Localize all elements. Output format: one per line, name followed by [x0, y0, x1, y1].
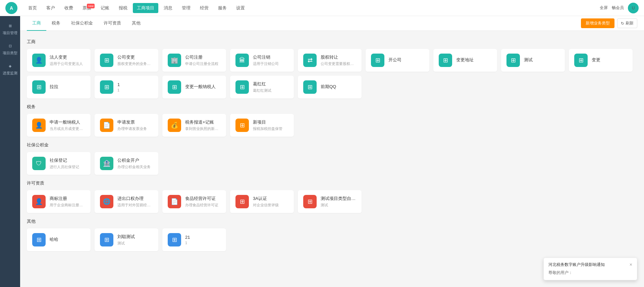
card-title: 变更一般纳税人 [185, 84, 221, 90]
card-title: 税务报道+记账 [185, 119, 221, 125]
card-desc: 申请公司注册全流程 [185, 61, 221, 66]
card-icon: ⊞ [235, 80, 249, 94]
vip-btn[interactable]: 畅会员 [612, 5, 624, 11]
card-申请一般纳税人[interactable]: 👤申请一般纳税人当月或次月成变更完成 [27, 114, 91, 137]
cards-grid-社保公积金: 🛡社保登记进行人员社保登记🏦公积金开户办理公积金相关业务 [27, 152, 637, 175]
nav-item-记账[interactable]: 记账 [97, 3, 113, 13]
card-公司变更[interactable]: ⊞公司变更股权变更外的业务变更 [95, 49, 158, 72]
sub-nav-actions: 新增业务类型 ↻ 刷新 [581, 18, 637, 28]
cards-grid-工商: 👤法人变更适用于公司变更法人⊞公司变更股权变更外的业务变更🏢公司注册申请公司注册… [27, 49, 637, 98]
card-title: 新项目 [253, 119, 288, 125]
sub-tab-许可资质[interactable]: 许可资质 [98, 16, 126, 31]
sub-tab-其他[interactable]: 其他 [126, 16, 146, 31]
sub-nav-tabs: 工商税务社保公积金许可资质其他 [27, 16, 146, 30]
nav-items: 首页客户收费票据new记账报税工商项目消息管理经营服务设置 [24, 3, 600, 13]
card-desc: 适用于对外贸易经营者 [117, 203, 153, 208]
fullscreen-btn[interactable]: 全屏 [600, 5, 608, 11]
card-desc: 办理食品经营许可证 [185, 203, 221, 208]
card-info: 测试项目类型自定义测试 [321, 196, 356, 208]
nav-item-消息[interactable]: 消息 [160, 3, 176, 13]
card-icon: 🏢 [168, 54, 181, 67]
card-公司注销[interactable]: 🏛公司注销适用于注销公司 [230, 49, 294, 72]
card-拉拉[interactable]: ⊞拉拉 [27, 76, 91, 98]
card-商标注册[interactable]: 👤商标注册用于企业商标注册服务 [27, 190, 91, 213]
notification-popup: 河北税务数字账户升级影响通知 × 尊敬的用户： [543, 258, 637, 280]
sub-tab-社保公积金[interactable]: 社保公积金 [66, 16, 98, 31]
card-desc: 用于企业商标注册服务 [50, 203, 85, 208]
nav-item-客户[interactable]: 客户 [42, 3, 59, 13]
card-进出口权办理[interactable]: 🌐进出口权办理适用于对外贸易经营者 [95, 190, 158, 213]
nav-item-票据[interactable]: 票据new [78, 3, 95, 13]
refresh-button[interactable]: ↻ 刷新 [617, 18, 637, 28]
card-info: 进出口权办理适用于对外贸易经营者 [117, 196, 153, 208]
sidebar-label-2: 进度监测 [3, 71, 17, 76]
card-desc: 拿到营业执照的新公司 [185, 126, 221, 131]
card-食品经营许可证[interactable]: 📄食品经营许可证办理食品经营许可证 [162, 190, 226, 213]
card-社保登记[interactable]: 🛡社保登记进行人员社保登记 [27, 152, 91, 175]
nav-item-经营[interactable]: 经营 [196, 3, 213, 13]
cards-grid-许可资质: 👤商标注册用于企业商标注册服务🌐进出口权办理适用于对外贸易经营者📄食品经营许可证… [27, 190, 637, 213]
card-icon: ⊞ [235, 119, 249, 132]
card-法人变更[interactable]: 👤法人变更适用于公司变更法人 [27, 49, 91, 72]
card-title: 拉拉 [50, 84, 85, 90]
nav-item-收费[interactable]: 收费 [60, 3, 77, 13]
card-title: 申请一般纳税人 [50, 119, 85, 125]
section-税务: 税务👤申请一般纳税人当月或次月成变更完成📄申请发票办理申请发票业务💰税务报道+记… [27, 104, 637, 137]
nav-item-设置[interactable]: 设置 [232, 3, 249, 13]
card-变更[interactable]: ⊞变更 [569, 49, 633, 72]
nav-item-报税[interactable]: 报税 [115, 3, 131, 13]
sidebar-item-2[interactable]: ◈ 进度监测 [1, 60, 19, 78]
nav-item-首页[interactable]: 首页 [24, 3, 41, 13]
card-税务报道+记账[interactable]: 💰税务报道+记账拿到营业执照的新公司 [162, 114, 226, 137]
section-title: 工商 [27, 39, 637, 45]
card-info: 新项目报税加税控盘保管 [253, 119, 288, 131]
top-nav-right: 全屏 畅会员 U [600, 3, 639, 13]
nav-item-管理[interactable]: 管理 [178, 3, 195, 13]
card-新项目[interactable]: ⊞新项目报税加税控盘保管 [230, 114, 294, 137]
sidebar-item-1[interactable]: ⊡ 项目类型 [1, 40, 19, 58]
card-desc: 适用于注销公司 [253, 61, 288, 66]
sub-tab-工商[interactable]: 工商 [27, 16, 46, 31]
sidebar-label-0: 项目管理 [3, 30, 17, 35]
card-info: 开公司 [388, 57, 424, 64]
card-info: 葛红红葛红红测试 [253, 81, 288, 93]
card-公积金开户[interactable]: 🏦公积金开户办理公积金相关业务 [95, 152, 158, 175]
card-icon: 🌐 [100, 195, 113, 208]
card-哈哈[interactable]: ⊞哈哈 [27, 228, 91, 251]
nav-item-服务[interactable]: 服务 [214, 3, 231, 13]
main-content: 工商税务社保公积金许可资质其他 新增业务类型 ↻ 刷新 工商👤法人变更适用于公司… [20, 16, 644, 287]
notification-close-button[interactable]: × [630, 262, 632, 267]
card-申请发票[interactable]: 📄申请发票办理申请发票业务 [95, 114, 158, 137]
nav-item-工商项目[interactable]: 工商项目 [133, 3, 158, 13]
card-icon: ⊞ [168, 80, 181, 94]
card-前期QQ[interactable]: ⊞前期QQ [298, 76, 362, 98]
top-nav: A 首页客户收费票据new记账报税工商项目消息管理经营服务设置 全屏 畅会员 U [0, 0, 644, 16]
card-title: 3A认证 [253, 196, 288, 202]
card-info: 刘聪测试测试 [117, 234, 153, 246]
badge-new: new [87, 4, 95, 8]
card-21[interactable]: ⊞211 [162, 228, 226, 251]
card-变更地址[interactable]: ⊞变更地址 [433, 49, 497, 72]
card-icon: ⊞ [32, 233, 46, 246]
card-测试项目类型自定义[interactable]: ⊞测试项目类型自定义测试 [298, 190, 362, 213]
card-公司注册[interactable]: 🏢公司注册申请公司注册全流程 [162, 49, 226, 72]
card-1[interactable]: ⊞11 [95, 76, 158, 98]
card-title: 申请发票 [117, 119, 153, 125]
card-3A认证[interactable]: ⊞3A认证对企业信誉评级 [230, 190, 294, 213]
add-type-button[interactable]: 新增业务类型 [581, 18, 614, 28]
card-股权转让[interactable]: ⇄股权转让公司变更需要股权转让 [298, 49, 362, 72]
avatar[interactable]: U [628, 3, 639, 13]
card-开公司[interactable]: ⊞开公司 [366, 49, 429, 72]
card-葛红红[interactable]: ⊞葛红红葛红红测试 [230, 76, 294, 98]
card-测试[interactable]: ⊞测试 [501, 49, 565, 72]
section-title: 税务 [27, 104, 637, 110]
card-title: 测试 [524, 57, 559, 63]
card-title: 法人变更 [50, 54, 85, 60]
card-info: 前期QQ [321, 84, 356, 91]
sidebar-item-0[interactable]: ⊞ 项目管理 [1, 19, 19, 38]
card-刘聪测试[interactable]: ⊞刘聪测试测试 [95, 228, 158, 251]
card-desc: 当月或次月成变更完成 [50, 126, 85, 131]
sub-tab-税务[interactable]: 税务 [46, 16, 66, 31]
card-info: 股权转让公司变更需要股权转让 [321, 54, 356, 66]
card-变更一般纳税人[interactable]: ⊞变更一般纳税人 [162, 76, 226, 98]
